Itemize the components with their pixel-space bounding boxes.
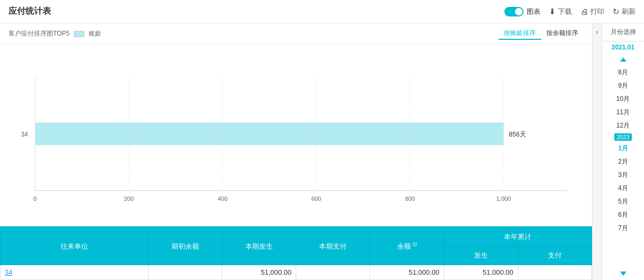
- th-unit: 往来单位: [1, 228, 149, 265]
- month-item[interactable]: 8月: [602, 66, 644, 79]
- chevron-down-icon: [619, 269, 628, 278]
- right-sidebar: 月份选择 2021.01 8月9月10月11月12月20231月2月3月4月5月…: [602, 23, 644, 280]
- balance-icon: ⊡: [413, 241, 417, 247]
- month-item[interactable]: 1月: [602, 142, 644, 155]
- opening-cell: [148, 265, 222, 280]
- month-item[interactable]: 10月: [602, 92, 644, 106]
- month-item[interactable]: 2月: [602, 155, 644, 168]
- sort-tab-age[interactable]: 按账龄排序: [499, 28, 541, 40]
- print-label: 打印: [590, 7, 604, 16]
- month-item[interactable]: 5月: [602, 195, 644, 208]
- svg-marker-17: [620, 271, 626, 276]
- month-item[interactable]: 7月: [602, 222, 644, 235]
- chart-area: 34 856天 0 200 400 600 800 1,000: [0, 45, 592, 226]
- month-item[interactable]: 9月: [602, 79, 644, 92]
- sidebar-collapse-toggle[interactable]: ›: [592, 23, 602, 280]
- month-item[interactable]: 12月: [602, 119, 644, 132]
- svg-text:1,000: 1,000: [496, 196, 511, 202]
- unit-cell[interactable]: 34: [1, 265, 149, 280]
- month-nav-down-button[interactable]: [602, 267, 644, 280]
- download-icon: ⬇: [549, 7, 556, 16]
- table-row: 34 51,000.00 51,000.00 51,000.00: [1, 265, 592, 280]
- year-badge: 2023: [614, 133, 631, 141]
- sidebar-month-header: 月份选择: [602, 23, 644, 41]
- refresh-label: 刷新: [622, 7, 636, 16]
- month-list: 8月9月10月11月12月20231月2月3月4月5月6月7月: [602, 66, 644, 267]
- collapse-icon: ›: [596, 28, 598, 36]
- chart-section: 客户应付排序图TOP5 账龄 按账龄排序 按余额排序 34: [0, 23, 592, 280]
- month-item[interactable]: 6月: [602, 208, 644, 222]
- table-section: 往来单位 期初余额 本期发生 本期支付 余额 ⊡ 本年累计 发生: [0, 226, 592, 280]
- th-current-occur: 本期发生: [222, 228, 296, 265]
- app-container: 应付统计表 图表 ⬇ 下载 🖨 打印 ↻ 刷新: [0, 0, 644, 280]
- main-content: 客户应付排序图TOP5 账龄 按账龄排序 按余额排序 34: [0, 23, 644, 280]
- chart-toggle-group[interactable]: 图表: [504, 7, 540, 16]
- month-nav-up-button[interactable]: [602, 53, 644, 66]
- year-occur-cell: 51,000.00: [444, 265, 518, 280]
- refresh-icon: ↻: [613, 7, 620, 16]
- sidebar-current-value[interactable]: 2021.01: [602, 41, 644, 53]
- header-actions: 图表 ⬇ 下载 🖨 打印 ↻ 刷新: [504, 7, 636, 16]
- chevron-up-icon: [619, 55, 628, 64]
- data-table: 往来单位 期初余额 本期发生 本期支付 余额 ⊡ 本年累计 发生: [0, 227, 592, 280]
- th-year-group: 本年累计: [444, 228, 592, 247]
- svg-text:34: 34: [21, 131, 28, 138]
- download-button[interactable]: ⬇ 下载: [549, 7, 572, 16]
- legend-box-label: 账龄: [89, 29, 101, 38]
- sort-tabs: 按账龄排序 按余额排序: [499, 28, 583, 40]
- th-year-occur: 发生: [444, 247, 518, 265]
- th-current-pay: 本期支付: [296, 228, 370, 265]
- svg-text:200: 200: [124, 196, 133, 202]
- svg-text:600: 600: [311, 196, 321, 202]
- download-label: 下载: [558, 7, 572, 16]
- current-occur-cell: 51,000.00: [222, 265, 296, 280]
- month-item[interactable]: 11月: [602, 106, 644, 119]
- sort-tab-balance[interactable]: 按余额排序: [541, 28, 583, 40]
- chart-wrapper: 34 856天 0 200 400 600 800 1,000: [8, 49, 583, 219]
- print-button[interactable]: 🖨 打印: [580, 7, 604, 16]
- current-pay-cell: [296, 265, 370, 280]
- month-item[interactable]: 3月: [602, 168, 644, 182]
- svg-text:856天: 856天: [509, 131, 526, 138]
- page-title: 应付统计表: [8, 6, 51, 17]
- th-year-pay: 支付: [518, 247, 591, 265]
- month-item[interactable]: 4月: [602, 182, 644, 195]
- chart-toggle-switch[interactable]: [504, 7, 523, 16]
- svg-text:800: 800: [405, 196, 415, 202]
- svg-text:400: 400: [218, 196, 227, 202]
- chart-legend: 客户应付排序图TOP5 账龄: [8, 29, 101, 38]
- legend-label: 客户应付排序图TOP5: [8, 29, 70, 38]
- chart-toggle-label: 图表: [527, 7, 540, 16]
- refresh-button[interactable]: ↻ 刷新: [613, 7, 636, 16]
- svg-rect-1: [35, 123, 503, 146]
- legend-box-icon: [74, 31, 84, 37]
- year-pay-cell: [518, 265, 591, 280]
- chart-header: 客户应付排序图TOP5 账龄 按账龄排序 按余额排序: [0, 23, 592, 45]
- header: 应付统计表 图表 ⬇ 下载 🖨 打印 ↻ 刷新: [0, 0, 644, 23]
- chart-svg: 34 856天 0 200 400 600 800 1,000: [8, 49, 583, 219]
- svg-marker-16: [620, 57, 626, 62]
- balance-cell: 51,000.00: [370, 265, 444, 280]
- print-icon: 🖨: [580, 7, 588, 16]
- sidebar-wrapper: › 月份选择 2021.01 8月9月10月11月12月20231月2月3月4月…: [592, 23, 644, 280]
- th-balance: 余额 ⊡: [370, 228, 444, 265]
- svg-text:0: 0: [33, 196, 37, 202]
- th-opening: 期初余额: [148, 228, 222, 265]
